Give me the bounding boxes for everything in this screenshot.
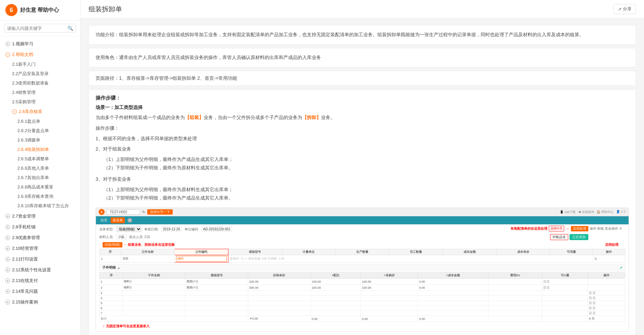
expand-icon-11: + [5, 257, 10, 262]
sim-screenshot: 6 TEST-H002 ↻ 选择向导一下 📱 App下载☎ 在线咨询🏠 帮助中心… [96, 208, 629, 331]
sim-logo: 6 [99, 209, 105, 215]
sidebar-item-finance[interactable]: + 2.7资金管理 [0, 211, 80, 221]
search-input[interactable] [7, 26, 67, 31]
topbar: 组装拆卸单 ↗ 分享 [80, 0, 644, 18]
sim-td-pname: 关联 [121, 255, 174, 263]
sidebar-item-2-6-1[interactable]: 2.6.1盘点单 [0, 117, 80, 126]
sim-th-unit: 计量单位 [282, 249, 335, 255]
annotation1-arrow-icon: → [566, 226, 570, 231]
sidebar-item-2-6-9[interactable]: 2.6.9库存账本查询 [0, 192, 80, 201]
sidebar-item-label: 1.视频学习 [12, 41, 33, 47]
sidebar-item-mobile[interactable]: + 2.8手机旺铺 [0, 222, 80, 232]
sidebar-item-cases[interactable]: + 2.15操作案例 [0, 297, 80, 307]
sidebar-item-payment[interactable]: + 2.13在线支付 [0, 276, 80, 286]
sidebar-item-label: 2.14常见问题 [12, 288, 38, 294]
sidebar-item-2-6-6[interactable]: 2.6.6其他入库单 [0, 164, 80, 173]
annotation1-end: 操作 审核 其余操作 ✕ [590, 226, 622, 231]
sidebar-item-label: 2.帮助文档 [12, 52, 33, 58]
expand-icon-15: + [5, 300, 10, 304]
logo-icon: 6 [5, 4, 17, 16]
sim-th-parentname: 父件名称 [121, 249, 174, 255]
logo-area: 6 好生意 帮助中心 [0, 0, 80, 20]
sim-th-costamt: 成本金额 [443, 249, 496, 255]
sidebar-item-2-6-7[interactable]: 2.6.7其他出库单 [0, 173, 80, 182]
sim-th-avail: 可用量 [550, 249, 593, 255]
sim-upper-row1: 1 关联 编码 采购价: +1. + 成本金额: 100 可用量: 1.00 ☷ [100, 255, 625, 263]
sim-lower-row6: 6☷ ☷ [100, 306, 625, 311]
sim-td-op: ☷ [593, 255, 625, 263]
search-wrapper[interactable]: 🔍 [4, 24, 76, 33]
sim-date-val: 2019-12-26 [161, 227, 182, 232]
sidebar-item-docs[interactable]: − 2.帮助文档 [0, 50, 80, 60]
sidebar-item-2-6-8[interactable]: 2.6.8商品成本重算 [0, 182, 80, 192]
logo-text: 好生意 帮助中心 [20, 7, 59, 14]
sidebar-item-newuser[interactable]: 2.1新手入门 [0, 60, 80, 69]
sim-close-btn: ✕ [127, 218, 132, 223]
ops-section: 操作步骤： 场景一：加工类型选择 当由多个子件材料组装成一个成品的业务为【组装】… [89, 89, 636, 335]
sidebar-item-2-6-2[interactable]: 2.6.2分量盘点单 [0, 126, 80, 135]
sim-qty-label: 批次人员: 216 [129, 235, 150, 239]
nav-section-15: + 2.15操作案例 [0, 297, 80, 307]
annotation1-text: 有装配清单的在这里处理 [511, 226, 547, 231]
sim-lower-label: 子件明细 [102, 265, 116, 270]
sim-type-select[interactable]: 组装(明细) 拆卸(明细) [116, 226, 142, 232]
sim-th-parentcode: 父件编码 [174, 249, 228, 255]
role-section: 使用角色：通常由生产人员或库管人员完成拆装业务的操作，库管人员确认原材料的出库和… [89, 48, 636, 67]
sidebar-item-dataprep[interactable]: 2.3使用前数据准备 [0, 78, 80, 88]
sidebar-item-label: 2.7资金管理 [12, 213, 36, 219]
highlight-assembly: 【组装】 [185, 115, 204, 120]
ops-step3: 3、对于拆卖业务 [96, 175, 629, 183]
annotation4-arrow: ↑ [103, 324, 105, 329]
expand-icon: + [5, 42, 10, 46]
sidebar-item-label: 2.10经营管理 [12, 245, 38, 252]
intro-section: 功能介绍：组装拆卸单用来处理企业组装或拆卸等加工业务，支持有固定装配清单的产品加… [89, 25, 636, 45]
collapse-icon-2-6: − [12, 109, 17, 114]
sidebar-item-faq[interactable]: + 2.14常见问题 [0, 286, 80, 296]
share-button[interactable]: ↗ 分享 [613, 4, 636, 14]
sim-count-val: 小队 [116, 234, 126, 240]
sidebar-item-label: 2.6库存核算 [19, 109, 42, 115]
sidebar-item-2-6-4[interactable]: 2.6.4组装拆卸单 [0, 145, 80, 154]
sidebar-item-print[interactable]: + 2.11打印设置 [0, 254, 80, 264]
ops-step3-item-2: （2）下部明细为子件明细，最终作为产成品生成其它入库单。 [102, 194, 629, 202]
main-content: 组装拆卸单 ↗ 分享 功能介绍：组装拆卸单用来处理企业组装或拆卸等加工业务，支持… [80, 0, 644, 335]
sidebar-item-2-6-5[interactable]: 2.6.5成本调整单 [0, 154, 80, 164]
nav-section-2-6: − 2.6库存核算 2.6.1盘点单 2.6.2分量盘点单 2.6.3调拨单 2… [0, 107, 80, 211]
sidebar-item-inventory[interactable]: − 2.6库存核算 [0, 107, 80, 117]
sidebar-item-sales[interactable]: 2.4销售管理 [0, 88, 80, 97]
sidebar-item-2-6-3[interactable]: 2.6.3调拨单 [0, 135, 80, 145]
nav-section-10: + 2.10经营管理 [0, 243, 80, 254]
annotation4-text: 无固定清单可在这里直接录入 [106, 324, 150, 329]
sim-lower-title: 子件明细 ▲ ↗ [99, 264, 625, 271]
sim-upper-table: 序 父件名称 父件编码 规格型号 计量单位 生产数量 完工数量 成本金额 成本单… [99, 249, 625, 263]
sim-lower-row4: 4☷ ☷ [100, 296, 625, 301]
sim-confirm-btn[interactable]: 立定添加 [570, 234, 588, 240]
sidebar-item-videos[interactable]: + 1.视频学习 [0, 39, 80, 49]
sim-lower-row2: 2 物料2 规格(+1) 300.00 100.00 100.00 0.00 ☷… [100, 285, 625, 291]
sim-reload-icon: ↻ [142, 210, 145, 214]
sidebar-item-2-6-10[interactable]: 2.6.10库存账本错了怎么办 [0, 201, 80, 211]
sim-th-spec: 规格型号 [228, 249, 282, 255]
sim-red-input: 对账品名 [550, 234, 568, 240]
share-icon: ↗ [618, 7, 622, 12]
nav-sub-items-2: 2.1新手入门 2.2产品安装及登录 2.3使用前数据准备 2.4销售管理 2.… [0, 60, 80, 211]
scenario1-title: 场景一：加工类型选择 [96, 105, 629, 111]
sidebar-item-operations[interactable]: + 2.10经营管理 [0, 243, 80, 254]
sidebar-item-coupon[interactable]: + 2.9优惠券管理 [0, 233, 80, 243]
ops-para2: 操作步骤： [96, 124, 629, 132]
ops-step2: 2、对于组装业务 [96, 145, 629, 153]
sidebar-item-settings[interactable]: + 2.12系统个性化设置 [0, 265, 80, 275]
sim-nav-home: 自页 [99, 217, 109, 223]
sidebar-item-purchase[interactable]: 2.5采购管理 [0, 97, 80, 107]
path-section: 页面路径：1、库存核算->库存管理->组装拆卸单 2、首页->常用功能 [89, 71, 636, 86]
nav-section-13: + 2.13在线支付 [0, 276, 80, 286]
expand-icon-13: + [5, 278, 10, 283]
sidebar-item-label: 2.8手机旺铺 [12, 224, 36, 230]
ops-step2-item-1: （1）上部明细为父件明细，最终作为产成品生成其它入库单； [102, 155, 629, 164]
expand-icon-8: + [5, 225, 10, 229]
ops-step1: 1、根据不同的业务，选择不同单据的类型来处理 [96, 134, 629, 143]
sim-orange-badge: 组装(明细) [103, 242, 122, 247]
search-area: 🔍 [0, 20, 80, 36]
sidebar-item-label: 2.9优惠券管理 [12, 235, 40, 241]
sidebar-item-install[interactable]: 2.2产品安装及登录 [0, 69, 80, 78]
